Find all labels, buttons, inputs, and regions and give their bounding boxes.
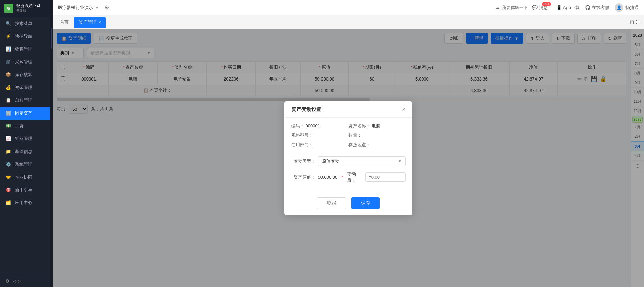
sales-icon: 📊 <box>5 46 11 52</box>
quick-nav-icon: ⚡ <box>5 33 11 39</box>
user-btn[interactable]: 👤 畅捷通 <box>615 3 639 12</box>
inventory-icon: 📦 <box>5 72 11 78</box>
sidebar-item-enterprise[interactable]: 🤝 企业协同 <box>0 171 50 184</box>
dialog-change-type-control: 原值变动 ▼ <box>318 156 406 166</box>
app-subtitle: 普及版 <box>16 9 40 13</box>
sidebar-header: 畅 畅捷通好业财 普及版 <box>0 0 50 17</box>
dialog-code-field: 编码： 000001 <box>291 123 348 129</box>
sidebar-item-search[interactable]: 🔍 搜索菜单 <box>0 17 50 30</box>
tab-close-icon[interactable]: × <box>98 20 101 25</box>
fixed-assets-icon: 🏢 <box>5 110 11 116</box>
dialog-info-row1: 编码： 000001 资产名称： 电脑 <box>291 123 406 129</box>
settings-icon[interactable]: ⚙ <box>5 278 10 284</box>
sidebar-item-guide[interactable]: 🎯 新手引导 <box>0 184 50 196</box>
sidebar-item-label-sales: 销售管理 <box>15 46 32 52</box>
business-icon: 📈 <box>5 136 11 142</box>
app-title: 畅捷通好业财 <box>16 3 40 9</box>
sidebar-nav: 🔍 搜索菜单 ⚡ 快捷导航 📊 销售管理 🛒 采购管理 📦 库存核算 💰 资金管… <box>0 17 50 275</box>
dialog-name-label: 资产名称： <box>348 123 370 129</box>
sidebar-footer: ⚙ ◁▷ <box>0 275 50 287</box>
dialog-title: 资产变动设置 <box>291 106 321 113</box>
dialog-change-type-label: 变动类型： <box>291 158 318 164</box>
sidebar-item-label-guide: 新手引导 <box>15 187 32 193</box>
tab-home[interactable]: 首页 <box>55 17 73 28</box>
sidebar-item-ledger[interactable]: 📋 总账管理 <box>0 94 50 107</box>
dialog-name-value: 电脑 <box>372 123 380 129</box>
search-icon: 🔍 <box>5 21 11 27</box>
required-star-after: * <box>341 174 343 180</box>
settings-icon[interactable]: ⚙ <box>104 4 109 11</box>
main-area: 医疗器械行业演示 ▼ ⚙ ☁ 我要体验一下 💬 消息 99+ 📱 App下载 🎧… <box>53 0 644 287</box>
download-icon: 📱 <box>556 5 562 10</box>
service-icon: 🎧 <box>585 5 590 10</box>
tabbar: 首页 资产管理 × ⊡ ⛶ <box>53 15 644 29</box>
dialog-original-value-label: 资产原值： <box>291 174 318 180</box>
sidebar-item-salary[interactable]: 💵 工资 <box>0 120 50 132</box>
dialog-dept-label: 使用部门： <box>291 142 313 148</box>
dialog-close-icon[interactable]: × <box>402 106 406 113</box>
sidebar-item-label-quick-nav: 快捷导航 <box>15 33 32 39</box>
sidebar-item-sales[interactable]: 📊 销售管理 <box>0 43 50 56</box>
dropdown-icon: ▼ <box>95 5 99 10</box>
sidebar-item-label-salary: 工资 <box>15 123 24 129</box>
dialog-code-value: 000001 <box>306 123 320 128</box>
topbar: 医疗器械行业演示 ▼ ⚙ ☁ 我要体验一下 💬 消息 99+ 📱 App下载 🎧… <box>53 0 644 15</box>
sidebar-item-business[interactable]: 📈 经营管理 <box>0 132 50 145</box>
dialog-location-label: 存放地点： <box>348 142 370 148</box>
sidebar-item-base-info[interactable]: 📁 基础信息 <box>0 145 50 158</box>
tab-asset-management[interactable]: 资产管理 × <box>74 17 106 28</box>
app-center-icon: 🗂️ <box>5 200 11 206</box>
company-name: 医疗器械行业演示 <box>58 5 93 11</box>
app-download-btn[interactable]: 📱 App下载 <box>556 5 580 11</box>
original-value-display: 50,000.00 <box>318 174 338 180</box>
experience-btn[interactable]: ☁ 我要体验一下 <box>495 5 528 11</box>
dialog-location-field: 存放地点： <box>348 142 406 148</box>
tab-home-label: 首页 <box>60 19 69 25</box>
ledger-icon: 📋 <box>5 97 11 103</box>
cancel-button[interactable]: 取消 <box>317 197 346 209</box>
app-title-block: 畅捷通好业财 普及版 <box>16 3 40 13</box>
sidebar-item-finance[interactable]: 💰 资金管理 <box>0 81 50 94</box>
dialog-footer: 取消 保存 <box>284 193 412 215</box>
sidebar-item-label-ledger: 总账管理 <box>15 97 32 103</box>
tab-asset-label: 资产管理 <box>79 19 96 25</box>
dialog-change-type-row: 变动类型： 原值变动 ▼ <box>291 156 406 166</box>
content-area: 📋 资产明细 📄 变更生成凭证 刘账 + 新增 批量操作 <box>53 29 644 287</box>
sidebar-item-label-fixed-assets: 固定资产 <box>15 110 32 116</box>
sidebar-item-sys-mgmt[interactable]: ⚙️ 系统管理 <box>0 158 50 171</box>
dialog-divider <box>291 152 406 152</box>
dialog-name-field: 资产名称： 电脑 <box>348 123 406 129</box>
sidebar-item-label-enterprise: 企业协同 <box>15 174 32 180</box>
after-value-input[interactable] <box>365 172 406 182</box>
dialog-dept-field: 使用部门： <box>291 142 348 148</box>
online-service-btn[interactable]: 🎧 在线客服 <box>585 5 609 11</box>
dialog-info-row2: 规格型号： 数量： <box>291 132 406 138</box>
dialog-spec-field: 规格型号： <box>291 132 348 138</box>
sidebar-item-label-base-info: 基础信息 <box>15 149 32 155</box>
message-btn[interactable]: 💬 消息 99+ <box>532 5 548 11</box>
purchase-icon: 🛒 <box>5 59 11 65</box>
salary-icon: 💵 <box>5 123 11 129</box>
dialog-code-label: 编码： <box>291 123 304 129</box>
dialog-spec-label: 规格型号： <box>291 132 313 138</box>
sidebar-item-inventory[interactable]: 📦 库存核算 <box>0 68 50 81</box>
company-selector[interactable]: 医疗器械行业演示 ▼ <box>58 5 99 11</box>
save-button[interactable]: 保存 <box>351 197 380 209</box>
tab-expand-btn[interactable]: ⊡ ⛶ <box>630 19 641 25</box>
sidebar-item-purchase[interactable]: 🛒 采购管理 <box>0 56 50 68</box>
dialog-value-row: 资产原值： 50,000.00 * 变动后： <box>291 171 406 183</box>
topbar-actions: 💬 消息 99+ 📱 App下载 🎧 在线客服 👤 畅捷通 <box>532 3 639 12</box>
minimize-icon[interactable]: ⊡ <box>630 19 634 25</box>
dialog-info-row3: 使用部门： 存放地点： <box>291 142 406 148</box>
change-type-value: 原值变动 <box>322 158 396 164</box>
sidebar-item-label-purchase: 采购管理 <box>15 59 32 65</box>
sidebar-item-quick-nav[interactable]: ⚡ 快捷导航 <box>0 30 50 43</box>
dialog-header: 资产变动设置 × <box>284 101 412 118</box>
app-logo: 畅 <box>4 4 13 13</box>
change-type-select[interactable]: 原值变动 ▼ <box>318 156 406 166</box>
asset-change-dialog: 资产变动设置 × 编码： 000001 资产名称： 电脑 <box>284 101 412 215</box>
collapse-icon[interactable]: ◁▷ <box>13 278 21 284</box>
sidebar-item-app-center[interactable]: 🗂️ 应用中心 <box>0 196 50 209</box>
maximize-icon[interactable]: ⛶ <box>636 19 641 25</box>
sidebar-item-fixed-assets[interactable]: 🏢 固定资产 <box>0 107 50 120</box>
